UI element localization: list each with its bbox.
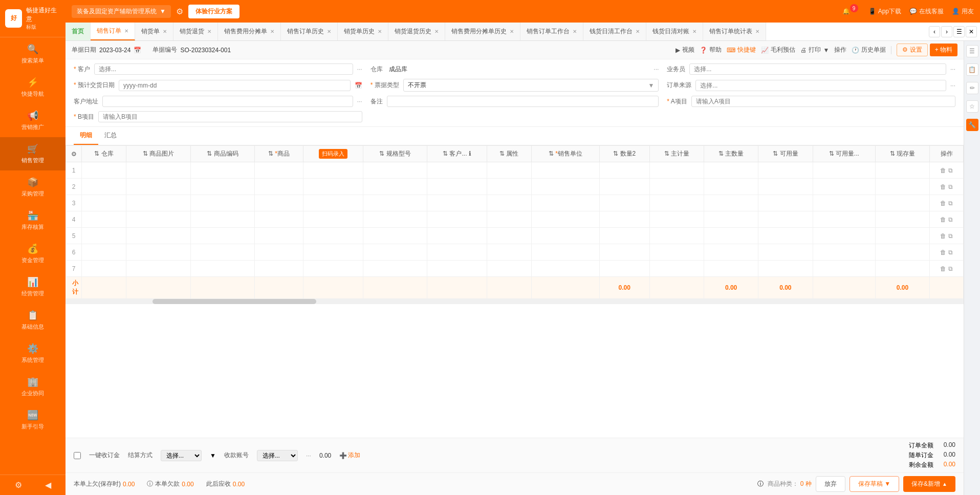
- tab-expense-history[interactable]: 销售费用分摊单历史 ✕: [445, 23, 520, 40]
- copy-icon[interactable]: ⧉: [948, 167, 953, 174]
- table-cell[interactable]: [303, 261, 363, 277]
- table-cell[interactable]: [190, 211, 255, 228]
- col-attribute[interactable]: ⇅ 属性: [487, 146, 531, 162]
- table-cell[interactable]: [599, 211, 649, 228]
- right-panel-btn-3[interactable]: ✏: [966, 82, 978, 94]
- sidebar-item-sales[interactable]: 🛒 销售管理: [0, 137, 66, 170]
- table-cell[interactable]: [303, 162, 363, 179]
- table-cell[interactable]: [126, 162, 191, 179]
- tab-close-cash-workbench[interactable]: ✕: [636, 29, 640, 34]
- table-cell[interactable]: [363, 162, 427, 179]
- sidebar-item-marketing[interactable]: 📢 营销推广: [0, 104, 66, 137]
- staff-input[interactable]: [689, 63, 946, 75]
- online-support-btn[interactable]: 💬 在线客服: [909, 7, 944, 16]
- table-cell[interactable]: [126, 261, 191, 277]
- table-cell[interactable]: [255, 162, 303, 179]
- row-action[interactable]: 🗑⧉: [930, 179, 964, 195]
- table-cell[interactable]: [303, 179, 363, 195]
- tab-close-statistics[interactable]: ✕: [755, 29, 759, 34]
- table-cell[interactable]: [758, 261, 813, 277]
- toolbar-add-item-btn[interactable]: + 物料: [930, 44, 957, 56]
- table-cell[interactable]: [126, 195, 191, 211]
- tab-return[interactable]: 销货退货 ✕: [173, 23, 218, 40]
- table-cell[interactable]: [599, 162, 649, 179]
- app-download-btn[interactable]: 📱 App下载: [868, 7, 901, 16]
- right-panel-btn-5[interactable]: 🔧: [966, 119, 978, 131]
- table-cell[interactable]: [599, 228, 649, 244]
- row-action[interactable]: 🗑⧉: [930, 211, 964, 228]
- row-action[interactable]: 🗑⧉: [930, 162, 964, 179]
- tab-next-btn[interactable]: ›: [941, 26, 952, 37]
- table-cell[interactable]: [303, 228, 363, 244]
- right-panel-btn-1[interactable]: ☰: [966, 45, 978, 57]
- table-cell[interactable]: [531, 179, 599, 195]
- customer-dots[interactable]: ···: [357, 66, 362, 73]
- add-payment-btn[interactable]: ➕ 添加: [339, 451, 360, 460]
- table-cell[interactable]: [704, 162, 758, 179]
- tab-return-history[interactable]: 销货退货历史 ✕: [388, 23, 445, 40]
- tab-menu-btn[interactable]: ☰: [953, 26, 965, 37]
- table-cell[interactable]: [813, 261, 875, 277]
- tab-close-expense-history[interactable]: ✕: [510, 29, 514, 34]
- auto-settle-checkbox[interactable]: [74, 452, 81, 459]
- note-input[interactable]: [387, 96, 659, 107]
- right-panel-btn-2[interactable]: 📋: [966, 63, 978, 76]
- toolbar-help-btn[interactable]: ❓ 帮助: [700, 46, 722, 54]
- table-cell[interactable]: [649, 195, 704, 211]
- tab-close-expense-split[interactable]: ✕: [270, 29, 274, 34]
- table-cell[interactable]: [427, 244, 487, 261]
- right-panel-btn-4[interactable]: ☆: [966, 100, 978, 113]
- sidebar-item-basic-info[interactable]: 📋 基础信息: [0, 304, 66, 337]
- toolbar-view-btn[interactable]: ▶ 视频: [676, 46, 694, 54]
- col-product[interactable]: ⇅ *商品: [255, 146, 303, 162]
- table-cell[interactable]: [531, 162, 599, 179]
- table-cell[interactable]: [531, 261, 599, 277]
- tab-prev-btn[interactable]: ‹: [929, 26, 940, 37]
- table-cell[interactable]: [190, 228, 255, 244]
- table-cell[interactable]: [704, 244, 758, 261]
- tab-sales-order[interactable]: 销售订单 ✕: [91, 23, 135, 40]
- delete-icon[interactable]: 🗑: [940, 167, 946, 174]
- tab-close-return-history[interactable]: ✕: [434, 29, 439, 34]
- sidebar-item-quick-nav[interactable]: ⚡ 快捷导航: [0, 71, 66, 104]
- tab-reconciliation[interactable]: 钱货日清对账 ✕: [646, 23, 703, 40]
- toolbar-history-btn[interactable]: 🕐 历史单据: [852, 46, 886, 54]
- table-cell[interactable]: [704, 228, 758, 244]
- toolbar-print-btn[interactable]: 🖨 打印 ▼: [800, 46, 829, 54]
- table-cell[interactable]: [190, 244, 255, 261]
- row-action[interactable]: 🗑⧉: [930, 195, 964, 211]
- col-settings[interactable]: ⚙: [66, 146, 82, 162]
- table-cell[interactable]: [82, 162, 126, 179]
- col-scan[interactable]: 扫码录入: [303, 146, 363, 162]
- table-cell[interactable]: [531, 211, 599, 228]
- order-source-input[interactable]: [695, 80, 946, 91]
- user-menu[interactable]: 👤 用友: [952, 7, 974, 16]
- table-cell[interactable]: [875, 211, 929, 228]
- toolbar-profit-btn[interactable]: 📈 毛利预估: [761, 46, 795, 54]
- sidebar-item-inventory[interactable]: 🏪 库存核算: [0, 204, 66, 237]
- notification-btn[interactable]: 🔔 9: [842, 7, 860, 15]
- table-cell[interactable]: [255, 195, 303, 211]
- toolbar-operations-btn[interactable]: 操作: [834, 46, 846, 54]
- calendar-icon[interactable]: 📅: [134, 47, 141, 54]
- table-cell[interactable]: [758, 228, 813, 244]
- delivery-date-input[interactable]: [119, 80, 351, 91]
- table-cell[interactable]: [649, 179, 704, 195]
- table-cell[interactable]: [649, 211, 704, 228]
- detail-tab-detail[interactable]: 明细: [74, 127, 98, 145]
- table-cell[interactable]: [813, 244, 875, 261]
- table-cell[interactable]: [363, 261, 427, 277]
- table-cell[interactable]: [704, 261, 758, 277]
- table-cell[interactable]: [190, 195, 255, 211]
- col-code[interactable]: ⇅ 商品编码: [190, 146, 255, 162]
- table-cell[interactable]: [649, 244, 704, 261]
- table-cell[interactable]: [82, 244, 126, 261]
- save-new-btn[interactable]: 保存&新增 ▲: [903, 476, 955, 492]
- topbar-settings-icon[interactable]: ⚙: [176, 7, 183, 16]
- table-cell[interactable]: [303, 195, 363, 211]
- table-cell[interactable]: [126, 179, 191, 195]
- table-cell[interactable]: [487, 211, 531, 228]
- table-cell[interactable]: [875, 195, 929, 211]
- tab-close-reconciliation[interactable]: ✕: [692, 29, 696, 34]
- a-project-input[interactable]: [691, 96, 955, 107]
